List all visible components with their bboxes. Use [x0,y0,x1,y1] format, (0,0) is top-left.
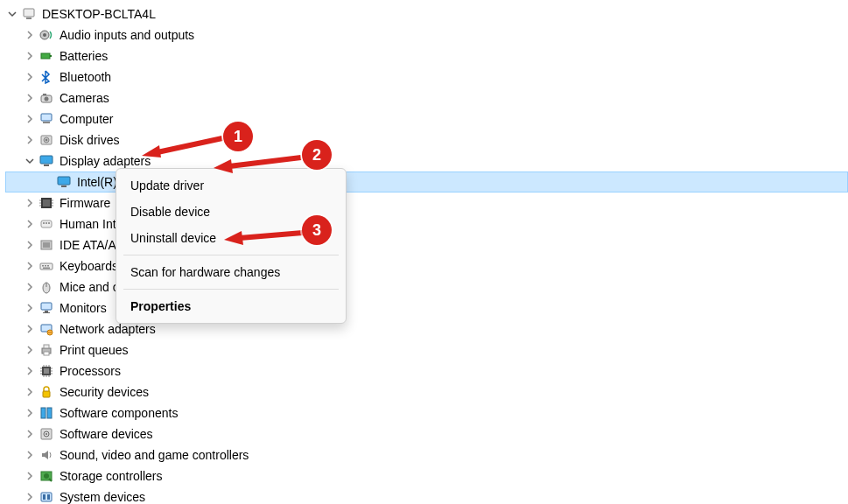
annotation-badge-1: 1 [223,122,253,151]
context-menu-item[interactable]: Update driver [116,172,346,199]
storage-icon [39,468,54,484]
tree-item-label: Print queues [58,340,129,360]
svg-rect-17 [61,186,67,187]
chevron-right-icon[interactable] [23,322,37,336]
chevron-right-icon[interactable] [23,385,37,399]
svg-line-81 [158,138,222,152]
tree-item[interactable]: Security devices [5,382,848,402]
chevron-right-icon[interactable] [23,28,37,42]
tree-item[interactable]: System devices [5,486,848,504]
chevron-right-icon[interactable] [23,469,37,483]
tree-item[interactable]: Sound, video and game controllers [5,444,848,466]
chevron-right-icon[interactable] [23,301,37,315]
svg-rect-27 [43,222,45,224]
computer-icon [21,6,37,22]
tree-item-label: Cameras [58,88,109,108]
svg-rect-43 [43,312,50,313]
tree-item-label: Disk drives [58,130,119,150]
svg-point-3 [43,33,46,37]
tree-item[interactable]: Disk drives [5,130,848,150]
display-icon [56,174,72,190]
chevron-right-icon[interactable] [23,427,37,441]
svg-rect-35 [42,265,44,267]
swcomp-icon [39,405,54,421]
svg-rect-73 [43,494,46,500]
svg-rect-38 [43,268,50,270]
chevron-right-icon[interactable] [23,364,37,378]
bluetooth-icon [39,69,54,85]
chevron-right-icon[interactable] [23,91,37,105]
chevron-right-icon[interactable] [23,490,37,504]
svg-rect-65 [41,408,46,418]
svg-marker-84 [214,159,233,173]
tree-item-label: Firmware [58,192,110,214]
monitor-icon [39,300,54,316]
tree-item-label: Processors [58,360,121,382]
svg-line-83 [229,158,301,166]
printer-icon [39,342,54,358]
keyboard-icon [39,258,54,274]
tree-item-label: Software components [58,402,178,424]
tree-item-label: System devices [58,486,145,504]
chevron-right-icon[interactable] [23,217,37,231]
svg-rect-49 [44,352,49,355]
svg-marker-82 [142,145,161,158]
svg-rect-8 [43,94,46,95]
chevron-right-icon[interactable] [23,280,37,294]
svg-rect-64 [43,391,50,397]
tree-item-label: Sound, video and game controllers [58,444,249,466]
chevron-right-icon[interactable] [23,259,37,273]
svg-rect-74 [47,494,50,500]
tree-item[interactable]: Batteries [5,46,848,66]
hid-icon [39,216,54,232]
tree-item[interactable]: Bluetooth [5,66,848,88]
svg-rect-1 [26,18,32,19]
context-menu-item[interactable]: Scan for hardware changes [116,259,346,285]
svg-rect-10 [43,122,50,123]
computer-icon [39,111,54,127]
svg-rect-51 [44,368,49,374]
chevron-right-icon[interactable] [23,406,37,420]
chevron-right-icon[interactable] [23,448,37,462]
svg-rect-19 [43,200,50,206]
svg-rect-66 [47,408,52,418]
tree-item[interactable]: Audio inputs and outputs [5,24,848,46]
tree-item[interactable]: Software devices [5,424,848,444]
tree-item[interactable]: Processors [5,360,848,382]
audio-icon [39,27,54,43]
tree-root-row[interactable]: DESKTOP-BCLTA4L [5,4,848,24]
tree-item[interactable]: Computer [5,108,848,130]
tree-item[interactable]: Print queues [5,340,848,360]
chevron-right-icon[interactable] [23,133,37,147]
chevron-right-icon[interactable] [23,196,37,210]
tree-item[interactable]: Cameras [5,88,848,108]
annotation-badge-2: 2 [302,140,332,170]
chevron-right-icon[interactable] [23,112,37,126]
chevron-down-icon[interactable] [23,154,37,168]
tree-item-label: Keyboards [58,256,118,276]
battery-icon [39,48,54,64]
context-menu-separator [123,255,339,256]
disk-icon [39,132,54,148]
chevron-right-icon[interactable] [23,238,37,252]
svg-rect-72 [41,493,52,501]
security-icon [39,384,54,400]
context-menu-item[interactable]: Properties [116,293,346,319]
chevron-down-icon[interactable] [5,7,19,21]
svg-rect-48 [44,345,49,348]
tree-item[interactable]: Storage controllers [5,466,848,486]
svg-point-71 [44,473,49,479]
chevron-right-icon[interactable] [23,343,37,357]
chevron-right-icon[interactable] [23,49,37,63]
svg-rect-5 [50,55,52,57]
display-icon [39,153,54,169]
system-icon [39,489,54,504]
tree-item-label: Storage controllers [58,466,163,486]
svg-rect-29 [48,222,50,224]
svg-point-13 [46,139,47,141]
tree-item-label: Bluetooth [58,66,111,88]
svg-rect-14 [40,156,53,164]
chevron-right-icon[interactable] [23,70,37,84]
tree-item[interactable]: Software components [5,402,848,424]
svg-rect-37 [47,265,49,267]
